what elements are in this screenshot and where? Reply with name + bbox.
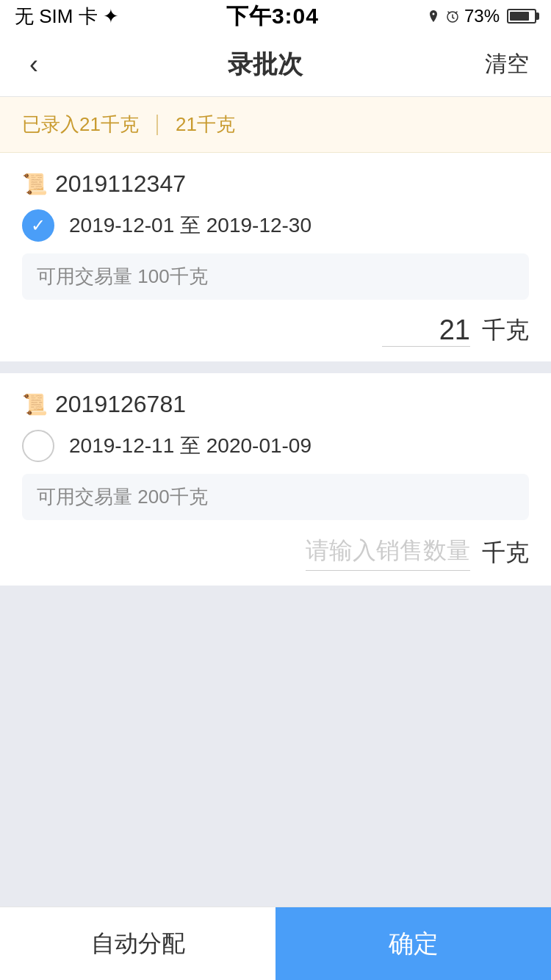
batch-1-available: 可用交易量 100千克 <box>22 253 529 300</box>
sim-label: 无 SIM 卡 ✦ <box>15 4 119 29</box>
location-icon <box>426 9 441 24</box>
status-right: 73% <box>426 6 536 26</box>
batch-2-radio[interactable] <box>22 430 54 462</box>
batch-2-id: 2019126781 <box>55 391 186 418</box>
batch-1-unit: 千克 <box>482 314 529 347</box>
batch-1-qty-display: 21 <box>382 314 470 347</box>
batch-card-1: 📜 2019112347 ✓ 2019-12-01 至 2019-12-30 可… <box>0 153 551 361</box>
batch-2-date: 2019-12-11 至 2020-01-09 <box>69 432 311 460</box>
batch-2-qty-input-wrapper[interactable]: 请输入销售数量 <box>306 535 470 571</box>
bottom-bar: 自动分配 确定 <box>0 907 551 980</box>
back-button[interactable]: ‹ <box>22 42 46 87</box>
batch-2-icon: 📜 <box>22 392 48 417</box>
status-left: 无 SIM 卡 ✦ <box>15 4 119 29</box>
clear-button[interactable]: 清空 <box>485 49 529 79</box>
summary-recorded: 已录入21千克 <box>22 112 139 137</box>
check-icon: ✓ <box>31 215 46 236</box>
nav-bar: ‹ 录批次 清空 <box>0 32 551 97</box>
batch-2-date-row[interactable]: 2019-12-11 至 2020-01-09 <box>0 424 551 468</box>
gray-area <box>0 586 551 923</box>
batch-2-unit: 千克 <box>482 537 529 569</box>
confirm-button[interactable]: 确定 <box>276 907 551 980</box>
summary-banner: 已录入21千克 21千克 <box>0 97 551 153</box>
status-time: 下午3:04 <box>226 1 319 32</box>
batch-1-radio[interactable]: ✓ <box>22 209 54 242</box>
batch-1-icon: 📜 <box>22 172 48 196</box>
batch-2-available: 可用交易量 200千克 <box>22 474 529 520</box>
batch-1-header: 📜 2019112347 <box>0 153 551 203</box>
summary-total: 21千克 <box>176 112 235 137</box>
batch-1-id: 2019112347 <box>55 170 186 198</box>
status-bar: 无 SIM 卡 ✦ 下午3:04 73% <box>0 0 551 32</box>
auto-distribute-button[interactable]: 自动分配 <box>0 907 276 980</box>
summary-divider <box>156 115 158 135</box>
card-separator <box>0 361 551 373</box>
batch-1-qty-value: 21 <box>439 314 470 345</box>
page-title: 录批次 <box>228 48 303 82</box>
battery-icon <box>507 9 536 24</box>
alarm-icon <box>445 9 460 24</box>
battery-percent: 73% <box>464 6 500 26</box>
batch-1-qty-row: 21 千克 <box>0 300 551 361</box>
batch-2-qty-row: 请输入销售数量 千克 <box>0 520 551 586</box>
batch-1-date: 2019-12-01 至 2019-12-30 <box>69 212 311 239</box>
batch-2-qty-placeholder[interactable]: 请输入销售数量 <box>306 537 470 563</box>
batch-card-2: 📜 2019126781 2019-12-11 至 2020-01-09 可用交… <box>0 373 551 586</box>
batch-1-date-row[interactable]: ✓ 2019-12-01 至 2019-12-30 <box>0 203 551 248</box>
batch-2-header: 📜 2019126781 <box>0 373 551 424</box>
